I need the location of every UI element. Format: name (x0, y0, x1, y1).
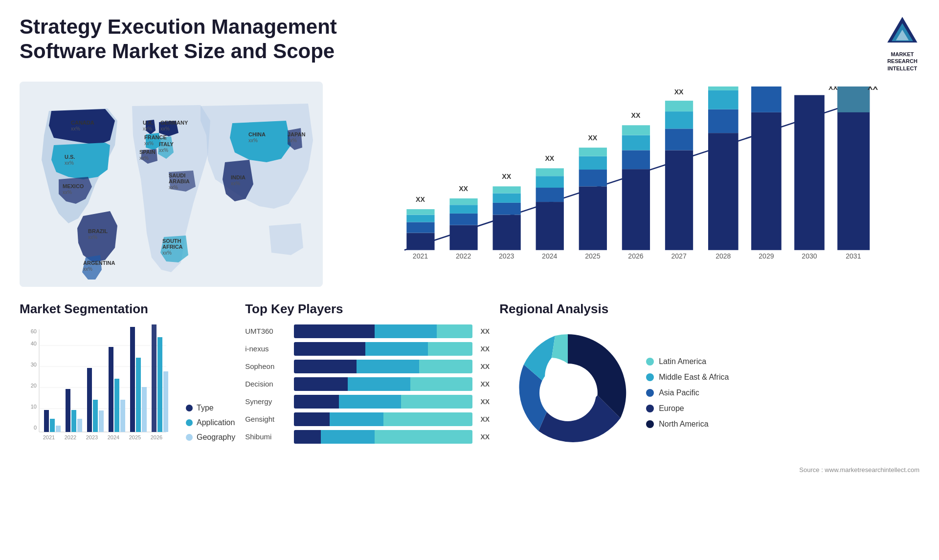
svg-rect-87 (751, 112, 782, 250)
legend-europe: Europe (646, 404, 729, 413)
legend-latin-america-label: Latin America (659, 357, 706, 366)
svg-text:ITALY: ITALY (159, 141, 174, 147)
bottom-section: Market Segmentation 0 10 20 30 40 60 (20, 302, 919, 474)
bar-seg-3 (419, 360, 473, 373)
svg-rect-64 (579, 156, 607, 170)
svg-rect-70 (622, 135, 650, 150)
svg-text:2031: 2031 (846, 252, 861, 260)
svg-text:2024: 2024 (108, 434, 119, 440)
page-wrapper: Strategy Execution Management Software M… (0, 0, 939, 560)
svg-text:40: 40 (31, 341, 37, 346)
legend-north-america-dot (646, 420, 654, 428)
svg-text:2030: 2030 (802, 252, 817, 260)
legend-asia-pacific-dot (646, 389, 654, 397)
player-name: Sopheon (245, 362, 289, 370)
segmentation-title: Market Segmentation (20, 302, 235, 317)
svg-rect-91 (794, 95, 825, 250)
bar-seg-3 (437, 324, 472, 338)
svg-rect-118 (56, 426, 61, 432)
player-xx: XX (480, 415, 490, 423)
legend-north-america-label: North America (659, 420, 708, 429)
svg-text:2028: 2028 (715, 252, 731, 260)
svg-text:XX: XX (674, 88, 684, 96)
player-name: Shibumi (245, 432, 289, 441)
player-name: UMT360 (245, 327, 289, 335)
donut-chart-svg: .donut-seg { cursor: pointer; } (499, 324, 636, 461)
bar-seg-1 (294, 395, 338, 409)
svg-text:CHINA: CHINA (248, 131, 266, 137)
player-row: i-nexus XX (245, 342, 490, 356)
logo-area: MARKETRESEARCHINTELLECT (885, 15, 919, 72)
svg-text:xx%: xx% (143, 126, 152, 131)
svg-rect-80 (708, 133, 738, 250)
bar-seg-2 (339, 395, 402, 409)
svg-text:2022: 2022 (456, 252, 471, 260)
player-row: Decision XX (245, 377, 490, 391)
segmentation-legend: Type Application Geography (186, 404, 235, 452)
player-bar (294, 395, 472, 409)
svg-text:2029: 2029 (759, 252, 774, 260)
bar-seg-3 (401, 395, 472, 409)
player-bar (294, 412, 472, 426)
svg-rect-121 (77, 419, 82, 432)
svg-text:2023: 2023 (499, 252, 514, 260)
player-xx: XX (480, 345, 490, 353)
player-xx: XX (480, 363, 490, 370)
svg-rect-39 (406, 222, 434, 233)
legend-application-label: Application (197, 418, 235, 427)
svg-text:xx%: xx% (248, 138, 258, 143)
svg-text:MEXICO: MEXICO (63, 183, 84, 189)
svg-text:xx%: xx% (231, 181, 240, 186)
segmentation-area: Market Segmentation 0 10 20 30 40 60 (20, 302, 235, 474)
svg-text:GERMANY: GERMANY (160, 120, 188, 126)
svg-rect-128 (130, 327, 135, 432)
svg-text:ARGENTINA: ARGENTINA (83, 260, 115, 266)
regional-title: Regional Analysis (499, 302, 919, 317)
svg-rect-132 (157, 337, 162, 432)
svg-text:xx%: xx% (71, 126, 80, 131)
svg-text:xx%: xx% (169, 185, 178, 190)
svg-text:xx%: xx% (160, 126, 170, 131)
world-map-svg: CANADA xx% U.S. xx% MEXICO xx% BRAZIL xx… (20, 82, 323, 287)
bar-seg-2 (348, 377, 410, 391)
svg-text:XX: XX (868, 86, 878, 91)
donut-chart-container: .donut-seg { cursor: pointer; } (499, 324, 636, 461)
svg-text:xx%: xx% (88, 235, 97, 240)
legend-mea-label: Middle East & Africa (659, 373, 729, 382)
bar-seg-1 (294, 430, 321, 444)
svg-text:xx%: xx% (65, 160, 74, 166)
player-name: Synergy (245, 397, 289, 406)
bar-seg-2 (357, 360, 419, 373)
svg-text:U.K.: U.K. (143, 120, 154, 126)
player-name: Gensight (245, 415, 289, 423)
svg-rect-124 (99, 410, 104, 432)
svg-rect-81 (708, 109, 738, 133)
svg-text:XX: XX (828, 86, 838, 91)
svg-rect-88 (751, 86, 782, 112)
svg-text:INDIA: INDIA (231, 174, 246, 180)
svg-rect-58 (536, 176, 564, 188)
legend-latin-america-dot (646, 358, 654, 366)
svg-rect-44 (449, 225, 477, 250)
svg-text:2027: 2027 (671, 252, 686, 260)
svg-rect-127 (120, 400, 125, 432)
svg-rect-117 (50, 419, 55, 432)
svg-rect-77 (665, 101, 693, 111)
bar-seg-1 (294, 324, 374, 338)
bar-chart-svg: XX 2021 XX 2022 XX (347, 86, 910, 267)
svg-rect-65 (579, 148, 607, 156)
legend-europe-dot (646, 405, 654, 412)
svg-rect-82 (708, 90, 738, 109)
svg-rect-52 (493, 193, 521, 202)
svg-text:xx%: xx% (288, 138, 297, 143)
svg-rect-129 (136, 358, 141, 432)
player-bar (294, 342, 472, 356)
header: Strategy Execution Management Software M… (20, 15, 919, 72)
svg-rect-46 (449, 205, 477, 214)
svg-rect-125 (109, 347, 113, 432)
bar-seg-2 (330, 412, 383, 426)
legend-application: Application (186, 418, 235, 427)
svg-rect-95 (837, 86, 870, 112)
source-text: Source : www.marketresearchintellect.com (499, 466, 919, 474)
player-bar (294, 430, 472, 444)
